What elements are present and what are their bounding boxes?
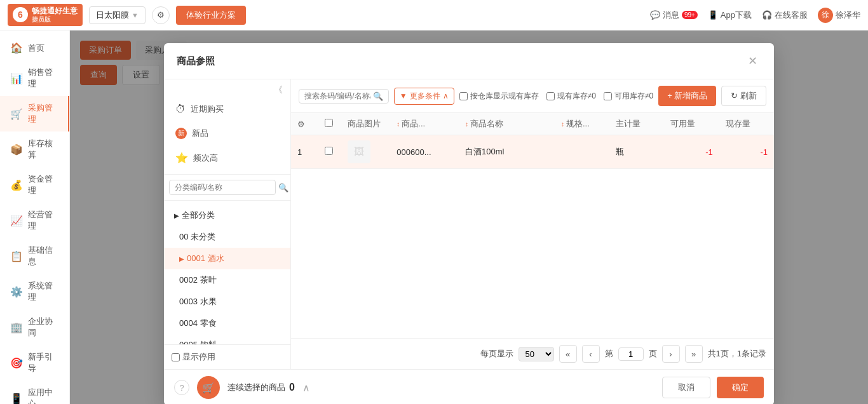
available-not0-cb[interactable]: 可用库存≠0 bbox=[604, 91, 653, 102]
category-search-icon[interactable]: 🔍 bbox=[278, 183, 288, 192]
toolbar: 🔍 ▼ 更多条件 ∧ 按仓库显示现有库存 bbox=[291, 79, 774, 113]
category-00[interactable]: 00 未分类 bbox=[164, 226, 290, 248]
dialog-close-btn[interactable]: ✕ bbox=[743, 52, 761, 70]
refresh-btn[interactable]: ↻ 刷新 bbox=[721, 86, 766, 106]
th-checkbox[interactable] bbox=[318, 113, 341, 135]
message-item[interactable]: 💬 消息 99+ bbox=[650, 10, 698, 21]
store-name: 日太阳膜 bbox=[96, 10, 129, 21]
sidebar-item-home[interactable]: 🏠 首页 bbox=[0, 36, 69, 60]
th-code[interactable]: ↕ 商品... bbox=[390, 113, 459, 135]
category-0003[interactable]: 0003 水果 bbox=[164, 291, 290, 313]
sidebar-item-company[interactable]: 🏢 企业协同 bbox=[0, 309, 69, 345]
sidebar-item-system[interactable]: ⚙️ 系统管理 bbox=[0, 274, 69, 309]
th-spec[interactable]: ↕ 规格... bbox=[555, 113, 609, 135]
page-next-btn[interactable]: › bbox=[662, 345, 680, 363]
quick-new[interactable]: 新 新品 bbox=[169, 123, 285, 144]
confirm-btn[interactable]: 确定 bbox=[717, 377, 764, 398]
cell-cb[interactable] bbox=[318, 135, 341, 169]
product-search-icon[interactable]: 🔍 bbox=[373, 91, 383, 101]
warehouse-cb-input[interactable] bbox=[459, 92, 468, 100]
dialog-footer: ? 🛒 连续选择的商品 0 ∧ 取消 确定 bbox=[164, 369, 774, 404]
collapse-panel-btn[interactable]: 《 bbox=[169, 84, 285, 96]
sidebar-item-operation[interactable]: 📈 经营管理 bbox=[0, 203, 69, 238]
page-first-btn[interactable]: « bbox=[559, 345, 577, 363]
quick-recent[interactable]: ⏱ 近期购买 bbox=[169, 98, 285, 120]
category-all[interactable]: ▶ 全部分类 bbox=[164, 205, 290, 226]
product-search-input[interactable] bbox=[304, 91, 370, 100]
logo-text: 畅捷通好生意 捷员版 bbox=[32, 6, 78, 23]
stock-not0-cb[interactable]: 现有库存≠0 bbox=[546, 91, 596, 102]
cancel-btn[interactable]: 取消 bbox=[662, 377, 710, 398]
pagination: 每页显示 50 100 « ‹ 第 bbox=[291, 338, 774, 369]
add-product-btn[interactable]: + 新增商品 bbox=[658, 86, 716, 106]
sidebar-item-finance[interactable]: 💰 资金管理 bbox=[0, 167, 69, 203]
dialog-header: 商品参照 ✕ bbox=[164, 43, 774, 79]
sidebar-item-guide[interactable]: 🎯 新手引导 bbox=[0, 345, 69, 380]
page-after-label: 页 bbox=[649, 348, 657, 360]
sidebar-item-sales[interactable]: 📊 销售管理 bbox=[0, 60, 69, 96]
available-not0-input[interactable] bbox=[604, 92, 612, 100]
category-search-input[interactable] bbox=[169, 180, 276, 195]
app-download-item[interactable]: 📱 App下载 bbox=[708, 10, 752, 21]
selected-label: 连续选择的商品 bbox=[227, 382, 285, 393]
product-search-box[interactable]: 🔍 bbox=[299, 89, 389, 104]
sidebar: 🏠 首页 📊 销售管理 🛒 采购管理 📦 库存核算 💰 资金管理 📈 经营管理 … bbox=[0, 30, 70, 404]
stock-not0-input[interactable] bbox=[546, 92, 555, 100]
th-img: 商品图片 bbox=[341, 113, 391, 135]
selected-count: 0 bbox=[289, 382, 295, 393]
sidebar-item-app[interactable]: 📱 应用中心 bbox=[0, 380, 69, 404]
user-name: 徐泽华 bbox=[836, 10, 860, 21]
show-disabled-area: 显示停用 bbox=[164, 344, 290, 369]
cell-img: 🖼 bbox=[341, 135, 391, 169]
cart-btn[interactable]: 🛒 bbox=[197, 376, 220, 399]
quick-frequent[interactable]: ⭐ 频次高 bbox=[169, 147, 285, 169]
per-page-select[interactable]: 50 100 bbox=[519, 347, 554, 361]
support-item[interactable]: 🎧 在线客服 bbox=[762, 10, 808, 21]
th-available[interactable]: 可用量 bbox=[664, 113, 719, 135]
th-stock[interactable]: 现存量 bbox=[719, 113, 774, 135]
page-prev-btn[interactable]: ‹ bbox=[582, 345, 600, 363]
operation-icon: 📈 bbox=[10, 215, 23, 227]
warehouse-cb-label: 按仓库显示现有库存 bbox=[470, 91, 539, 102]
user-icon: 徐 bbox=[818, 8, 833, 23]
logo-name: 畅捷通好生意 bbox=[32, 6, 78, 15]
logo-sub: 捷员版 bbox=[32, 16, 78, 24]
sidebar-item-purchase[interactable]: 🛒 采购管理 bbox=[0, 96, 69, 131]
category-label-0001: 0001 酒水 bbox=[187, 253, 224, 264]
category-0002[interactable]: 0002 茶叶 bbox=[164, 269, 290, 291]
show-disabled-checkbox[interactable]: 显示停用 bbox=[172, 351, 215, 363]
row-checkbox[interactable] bbox=[325, 147, 333, 155]
th-name[interactable]: ↕ 商品名称 bbox=[459, 113, 555, 135]
show-disabled-input[interactable] bbox=[172, 353, 180, 361]
sidebar-item-inventory[interactable]: 📦 库存核算 bbox=[0, 131, 69, 167]
logo-icon: 6 bbox=[13, 7, 28, 22]
page-last-btn[interactable]: » bbox=[685, 345, 703, 363]
category-0001[interactable]: ▶ 0001 酒水 bbox=[164, 248, 290, 269]
settings-icon[interactable]: ⚙ bbox=[152, 6, 170, 24]
th-unit[interactable]: 主计量 bbox=[609, 113, 664, 135]
product-img: 🖼 bbox=[348, 140, 370, 163]
sort-up-spec: ↕ bbox=[561, 121, 564, 128]
help-btn[interactable]: ? bbox=[174, 380, 189, 395]
dialog-body: 《 ⏱ 近期购买 新 新品 ⭐ bbox=[164, 79, 774, 369]
basic-icon: 📋 bbox=[10, 250, 23, 262]
filter-icon: ▼ bbox=[400, 91, 407, 100]
footer-collapse-btn[interactable]: ∧ bbox=[302, 382, 310, 394]
table-row[interactable]: 1 🖼 bbox=[291, 135, 774, 169]
dialog-overlay: 商品参照 ✕ 《 ⏱ 近期购买 bbox=[70, 30, 868, 404]
th-code-label: 商品... bbox=[402, 118, 425, 130]
sidebar-item-basic[interactable]: 📋 基础信息 bbox=[0, 238, 69, 274]
available-value: -1 bbox=[705, 147, 713, 157]
select-all-checkbox[interactable] bbox=[325, 119, 333, 127]
purchase-icon: 🛒 bbox=[10, 108, 23, 120]
user-item[interactable]: 徐 徐泽华 bbox=[818, 8, 860, 23]
trial-btn[interactable]: 体验行业方案 bbox=[176, 6, 246, 25]
warehouse-cb[interactable]: 按仓库显示现有库存 bbox=[459, 91, 539, 102]
category-0005[interactable]: 0005 饮料 bbox=[164, 334, 290, 344]
store-selector[interactable]: 日太阳膜 ▼ bbox=[89, 6, 146, 24]
page-number-input[interactable] bbox=[618, 347, 644, 361]
category-0004[interactable]: 0004 零食 bbox=[164, 313, 290, 334]
quick-frequent-label: 频次高 bbox=[193, 152, 218, 164]
more-filter-btn[interactable]: ▼ 更多条件 ∧ bbox=[394, 88, 454, 105]
th-settings[interactable]: ⚙ bbox=[291, 113, 318, 135]
